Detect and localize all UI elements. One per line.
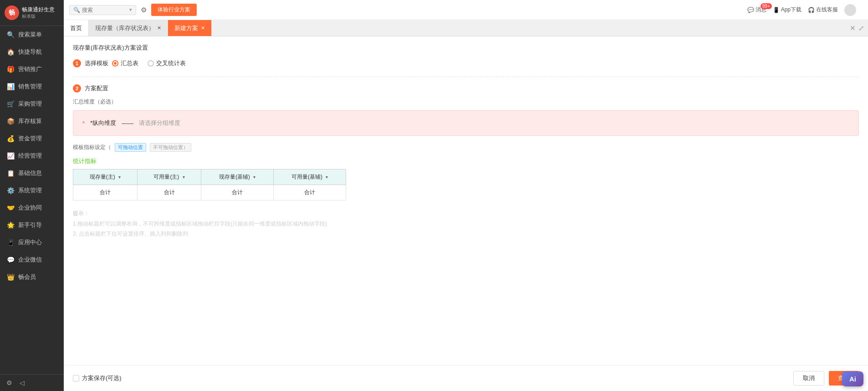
sidebar-item-member[interactable]: 👑 畅会员	[0, 268, 64, 286]
stats-section: 统计指标 现存量(主) ▾ 可用量(主) ▾	[73, 157, 859, 201]
sidebar-item-finance[interactable]: 💰 资金管理	[0, 130, 64, 147]
indicator-settings-text: 模板指标设定（	[73, 144, 111, 151]
sidebar-item-label: 资金管理	[18, 134, 42, 143]
col-chevron-1[interactable]: ▾	[183, 175, 185, 180]
radio-cross[interactable]: 交叉统计表	[148, 59, 186, 67]
marketing-icon: 🎁	[6, 65, 15, 73]
col-header-0[interactable]: 现存量(主) ▾	[73, 170, 138, 185]
tab-new-plan-label: 新建方案	[174, 24, 198, 32]
app-logo-icon: 畅	[5, 5, 19, 20]
col-header-2[interactable]: 现存量(基辅) ▾	[201, 170, 274, 185]
ai-float-button[interactable]: Ai	[842, 371, 863, 386]
search-input[interactable]	[82, 7, 128, 13]
fullscreen-icon[interactable]: ⤢	[858, 24, 864, 32]
search-box[interactable]: 🔍 ▾	[69, 5, 136, 15]
radio-summary[interactable]: 汇总表	[112, 59, 138, 67]
expand-tabs-icon[interactable]: ✕ ⤢	[846, 24, 868, 32]
purchase-icon: 🛒	[6, 100, 15, 108]
sidebar-item-inventory[interactable]: 📦 库存核算	[0, 113, 64, 130]
sidebar-item-enterprise[interactable]: 🤝 企业协同	[0, 199, 64, 216]
sidebar-item-label: 快捷导航	[18, 48, 42, 56]
sidebar-item-wechat[interactable]: 💬 企业微信	[0, 251, 64, 268]
sidebar-item-basic-info[interactable]: 📋 基础信息	[0, 165, 64, 182]
search-icon: 🔍	[73, 7, 80, 13]
stats-table: 现存量(主) ▾ 可用量(主) ▾ 现存量(基辅) ▾	[73, 169, 346, 201]
tips-item-0: 1.拖动标题栏可以调整布局，不可跨维度或指标区域拖动栏目字段(只能在同一维度或指…	[73, 219, 859, 229]
app-edition: 标准版	[22, 13, 55, 20]
sidebar-item-business[interactable]: 📈 经营管理	[0, 147, 64, 165]
save-checkbox[interactable]: 方案保存(可选)	[73, 374, 122, 382]
draggable-badge: 可拖动位置	[115, 143, 146, 152]
app-name: 畅康通好生意	[22, 6, 55, 14]
newcomer-icon: 🌟	[6, 221, 15, 229]
enterprise-icon: 🤝	[6, 204, 15, 212]
step1-section: 1 选择模板 汇总表 交叉统计表	[73, 59, 859, 67]
gear-icon[interactable]: ⚙	[141, 6, 147, 14]
settings-icon[interactable]: ⚙	[6, 379, 12, 386]
quick-nav-icon: 🏠	[6, 48, 15, 56]
save-checkbox-box[interactable]	[73, 375, 79, 381]
sidebar-item-label: 销售管理	[18, 82, 42, 91]
topbar-right: 💬 消息 99+ 📱 App下载 🎧 在线客服	[747, 4, 863, 16]
inventory-icon: 📦	[6, 117, 15, 125]
col-sub-0: 合计	[73, 185, 138, 201]
sidebar-item-quick-nav[interactable]: 🏠 快捷导航	[0, 43, 64, 61]
sidebar-nav: 🔍 搜索菜单 🏠 快捷导航 🎁 营销推广 📊 销售管理 🛒 采购管理 📦 库存核…	[0, 26, 64, 374]
step1-title: 选择模板	[85, 59, 108, 67]
member-icon: 👑	[6, 273, 15, 281]
tab-inventory-label: 现存量（库存状况表）	[95, 24, 154, 32]
col-chevron-0[interactable]: ▾	[118, 175, 121, 180]
col-chevron-3[interactable]: ▾	[326, 175, 328, 180]
sidebar-item-label: 畅会员	[18, 273, 36, 281]
tab-home[interactable]: 首页	[64, 20, 89, 36]
tips-title: 提示：	[73, 210, 859, 217]
col-header-1[interactable]: 可用量(主) ▾	[137, 170, 201, 185]
col-chevron-2[interactable]: ▾	[253, 175, 255, 180]
tab-inventory-status[interactable]: 现存量（库存状况表） ✕	[89, 20, 168, 36]
search-chevron-icon[interactable]: ▾	[129, 7, 132, 13]
col-sub-2: 合计	[201, 185, 274, 201]
dimension-row: * *纵向维度 —— 请选择分组维度	[82, 119, 849, 127]
sound-icon[interactable]: ◁	[20, 379, 25, 386]
bottom-bar: 方案保存(可选) 取消 查询	[64, 365, 868, 391]
col-header-3[interactable]: 可用量(基辅) ▾	[274, 170, 346, 185]
sidebar-item-system[interactable]: ⚙️ 系统管理	[0, 182, 64, 199]
sidebar-item-search-menu[interactable]: 🔍 搜索菜单	[0, 26, 64, 43]
tab-new-plan-close-icon[interactable]: ✕	[201, 25, 205, 31]
main-area: 🔍 ▾ ⚙ 体验行业方案 💬 消息 99+ 📱 App下载 🎧 在线客服	[64, 0, 868, 391]
col-sub-3: 合计	[274, 185, 346, 201]
sidebar-item-newcomer[interactable]: 🌟 新手引导	[0, 216, 64, 234]
messages-button[interactable]: 💬 消息 99+	[747, 6, 766, 14]
sidebar-item-label: 系统管理	[18, 186, 42, 195]
business-icon: 📈	[6, 152, 15, 160]
indicator-settings: 模板指标设定（ 可拖动位置 不可拖动位置）	[73, 143, 859, 152]
page-content: 现存量(库存状况表)方案设置 1 选择模板 汇总表 交叉统计表	[64, 36, 868, 365]
tabbar: 首页 现存量（库存状况表） ✕ 新建方案 ✕ ✕ ⤢	[64, 20, 868, 36]
close-panel-icon[interactable]: ✕	[850, 24, 856, 32]
sidebar-item-sales[interactable]: 📊 销售管理	[0, 78, 64, 95]
search-menu-icon: 🔍	[6, 31, 15, 39]
stats-data-row: 合计 合计 合计 合计	[73, 185, 346, 201]
dimension-box: * *纵向维度 —— 请选择分组维度	[73, 110, 859, 136]
sidebar-item-label: 企业微信	[18, 256, 42, 264]
radio-cross-dot	[148, 60, 154, 67]
dimension-config-label: 汇总维度（必选）	[73, 98, 859, 106]
indicator-settings-label: 模板指标设定（ 可拖动位置 不可拖动位置）	[73, 143, 859, 152]
col-label-2: 现存量(基辅)	[219, 174, 250, 180]
sidebar-item-marketing[interactable]: 🎁 营销推广	[0, 61, 64, 78]
app-download-button[interactable]: 📱 App下载	[773, 6, 802, 14]
dimension-placeholder: 请选择分组维度	[139, 119, 180, 127]
tab-inventory-close-icon[interactable]: ✕	[157, 25, 161, 31]
tab-new-plan[interactable]: 新建方案 ✕	[168, 20, 212, 36]
sidebar-bottom: ⚙ ◁	[0, 374, 64, 391]
sidebar-item-label: 新手引导	[18, 221, 42, 229]
cancel-button[interactable]: 取消	[793, 371, 824, 386]
sidebar-item-purchase[interactable]: 🛒 采购管理	[0, 95, 64, 113]
radio-cross-label: 交叉统计表	[156, 59, 186, 67]
page-inner: 现存量(库存状况表)方案设置 1 选择模板 汇总表 交叉统计表	[64, 36, 868, 365]
sidebar-item-app-center[interactable]: 📱 应用中心	[0, 234, 64, 251]
trial-button[interactable]: 体验行业方案	[151, 4, 197, 16]
online-service-button[interactable]: 🎧 在线客服	[808, 6, 838, 14]
stats-header-row: 现存量(主) ▾ 可用量(主) ▾ 现存量(基辅) ▾	[73, 170, 346, 185]
user-avatar[interactable]	[844, 4, 856, 16]
